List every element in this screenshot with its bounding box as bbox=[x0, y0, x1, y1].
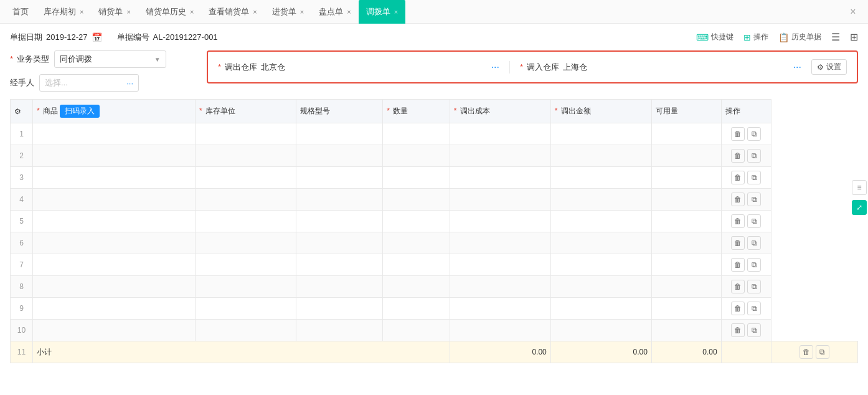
row-unit-9[interactable] bbox=[196, 298, 296, 320]
row-cost-9[interactable] bbox=[450, 298, 550, 320]
scan-entry-button[interactable]: 扫码录入 bbox=[60, 105, 100, 118]
row-amount-8[interactable] bbox=[550, 276, 651, 298]
row-amount-9[interactable] bbox=[550, 298, 651, 320]
tab-inventory-check-close[interactable]: × bbox=[347, 8, 351, 16]
row-qty-2[interactable] bbox=[383, 145, 450, 167]
col-gear-header[interactable]: ⚙ bbox=[11, 100, 33, 123]
row-cost-10[interactable] bbox=[450, 320, 550, 341]
row-unit-2[interactable] bbox=[196, 145, 296, 167]
row-qty-3[interactable] bbox=[383, 167, 450, 189]
out-warehouse-more-icon[interactable]: ··· bbox=[491, 62, 499, 73]
tab-sales-history[interactable]: 销货单历史 × bbox=[138, 0, 201, 24]
row-unit-3[interactable] bbox=[196, 167, 296, 189]
row-amount-6[interactable] bbox=[550, 232, 651, 254]
tab-purchase-order-close[interactable]: × bbox=[300, 8, 304, 16]
row-unit-6[interactable] bbox=[196, 232, 296, 254]
row-amount-7[interactable] bbox=[550, 254, 651, 276]
row-product-8[interactable] bbox=[33, 276, 196, 298]
row-spec-3[interactable] bbox=[296, 167, 383, 189]
row-amount-2[interactable] bbox=[550, 145, 651, 167]
tab-sales-history-close[interactable]: × bbox=[190, 8, 194, 16]
tab-transfer-order-close[interactable]: × bbox=[394, 8, 398, 16]
row-cost-5[interactable] bbox=[450, 211, 550, 232]
row-cost-7[interactable] bbox=[450, 254, 550, 276]
row-qty-5[interactable] bbox=[383, 211, 450, 232]
row-cost-4[interactable] bbox=[450, 189, 550, 211]
tab-inventory-init[interactable]: 库存期初 × bbox=[36, 0, 91, 24]
row-product-3[interactable] bbox=[33, 167, 196, 189]
row-spec-8[interactable] bbox=[296, 276, 383, 298]
row-qty-10[interactable] bbox=[383, 320, 450, 341]
row-qty-4[interactable] bbox=[383, 189, 450, 211]
tab-purchase-order[interactable]: 进货单 × bbox=[265, 0, 311, 24]
delete-row-6-icon[interactable]: 🗑 bbox=[731, 236, 745, 250]
row-product-6[interactable] bbox=[33, 232, 196, 254]
tab-view-sales-close[interactable]: × bbox=[253, 8, 257, 16]
row-qty-8[interactable] bbox=[383, 276, 450, 298]
copy-row-3-icon[interactable]: ⧉ bbox=[747, 171, 761, 184]
tab-inventory-init-close[interactable]: × bbox=[80, 8, 83, 16]
row-spec-9[interactable] bbox=[296, 298, 383, 320]
row-cost-1[interactable] bbox=[450, 123, 550, 145]
row-spec-10[interactable] bbox=[296, 320, 383, 341]
copy-row-9-icon[interactable]: ⧉ bbox=[747, 302, 761, 315]
row-spec-1[interactable] bbox=[296, 123, 383, 145]
row-spec-4[interactable] bbox=[296, 189, 383, 211]
row-product-7[interactable] bbox=[33, 254, 196, 276]
copy-icon[interactable]: ⧉ bbox=[816, 345, 829, 359]
delete-row-5-icon[interactable]: 🗑 bbox=[731, 214, 745, 228]
layout-list-button[interactable]: ☰ bbox=[831, 31, 840, 43]
tab-home[interactable]: 首页 bbox=[5, 0, 36, 24]
row-cost-2[interactable] bbox=[450, 145, 550, 167]
sidebar-list-button[interactable]: ≡ bbox=[852, 180, 867, 195]
copy-row-1-icon[interactable]: ⧉ bbox=[747, 127, 761, 141]
row-unit-5[interactable] bbox=[196, 211, 296, 232]
tab-sales-order[interactable]: 销货单 × bbox=[91, 0, 138, 24]
copy-row-4-icon[interactable]: ⧉ bbox=[747, 193, 761, 206]
row-unit-10[interactable] bbox=[196, 320, 296, 341]
sidebar-expand-button[interactable]: ⤢ bbox=[852, 200, 867, 215]
person-more-icon[interactable]: ··· bbox=[126, 79, 133, 88]
copy-row-7-icon[interactable]: ⧉ bbox=[747, 258, 761, 272]
setting-button[interactable]: ⚙ 设置 bbox=[811, 59, 847, 75]
row-amount-5[interactable] bbox=[550, 211, 651, 232]
row-spec-7[interactable] bbox=[296, 254, 383, 276]
copy-row-10-icon[interactable]: ⧉ bbox=[747, 323, 761, 337]
row-product-4[interactable] bbox=[33, 189, 196, 211]
row-qty-9[interactable] bbox=[383, 298, 450, 320]
row-product-2[interactable] bbox=[33, 145, 196, 167]
row-spec-6[interactable] bbox=[296, 232, 383, 254]
row-unit-1[interactable] bbox=[196, 123, 296, 145]
business-type-select[interactable]: 同价调拨 ▼ bbox=[54, 50, 166, 68]
delete-row-2-icon[interactable]: 🗑 bbox=[731, 149, 745, 163]
copy-row-2-icon[interactable]: ⧉ bbox=[747, 149, 761, 163]
delete-icon[interactable]: 🗑 bbox=[800, 345, 813, 359]
delete-row-9-icon[interactable]: 🗑 bbox=[731, 302, 745, 315]
delete-row-8-icon[interactable]: 🗑 bbox=[731, 280, 745, 293]
row-product-5[interactable] bbox=[33, 211, 196, 232]
row-qty-6[interactable] bbox=[383, 232, 450, 254]
tab-transfer-order[interactable]: 调拨单 × bbox=[359, 0, 405, 24]
delete-row-1-icon[interactable]: 🗑 bbox=[731, 127, 745, 141]
row-amount-1[interactable] bbox=[550, 123, 651, 145]
row-amount-10[interactable] bbox=[550, 320, 651, 341]
copy-row-5-icon[interactable]: ⧉ bbox=[747, 214, 761, 228]
row-cost-6[interactable] bbox=[450, 232, 550, 254]
row-product-9[interactable] bbox=[33, 298, 196, 320]
row-cost-8[interactable] bbox=[450, 276, 550, 298]
delete-row-3-icon[interactable]: 🗑 bbox=[731, 171, 745, 184]
delete-row-4-icon[interactable]: 🗑 bbox=[731, 193, 745, 206]
delete-row-10-icon[interactable]: 🗑 bbox=[731, 323, 745, 337]
row-unit-7[interactable] bbox=[196, 254, 296, 276]
row-amount-4[interactable] bbox=[550, 189, 651, 211]
tab-inventory-check[interactable]: 盘点单 × bbox=[311, 0, 358, 24]
copy-row-6-icon[interactable]: ⧉ bbox=[747, 236, 761, 250]
delete-row-7-icon[interactable]: 🗑 bbox=[731, 258, 745, 272]
calendar-icon[interactable]: 📅 bbox=[92, 32, 102, 42]
row-product-10[interactable] bbox=[33, 320, 196, 341]
history-button[interactable]: 📋 历史单据 bbox=[778, 32, 821, 42]
row-qty-1[interactable] bbox=[383, 123, 450, 145]
tab-sales-order-close[interactable]: × bbox=[126, 8, 130, 16]
tab-view-sales[interactable]: 查看销货单 × bbox=[201, 0, 264, 24]
row-amount-3[interactable] bbox=[550, 167, 651, 189]
